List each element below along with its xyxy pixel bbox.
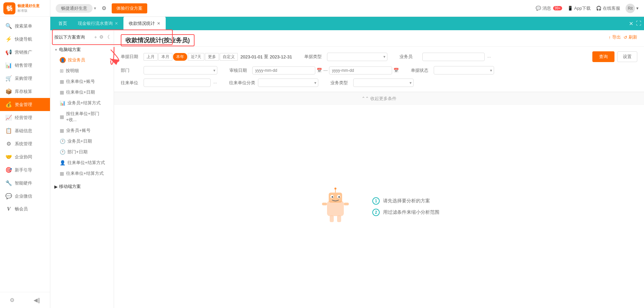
review-date-start[interactable] (252, 66, 315, 74)
sidebar-item-quick-nav[interactable]: ⚡ 快捷导航 (0, 33, 50, 46)
export-button[interactable]: ↑ 导出 (609, 34, 621, 40)
purchase-icon: 🛒 (5, 75, 12, 82)
scheme-group-mobile-header[interactable]: ▶ 移动端方案 (50, 182, 114, 192)
marketing-icon: 📢 (5, 49, 12, 55)
sidebar-item-wechat[interactable]: 💬 企业微信 (0, 190, 50, 203)
sidebar-item-search[interactable]: 🔍 搜索菜单 (0, 19, 50, 33)
filter-row-2: 部门 审核日期 📅 — (121, 66, 637, 74)
calendar-icon-start: 📅 (317, 68, 322, 73)
salesperson-more-btn[interactable]: ··· (487, 54, 491, 59)
svg-rect-6 (322, 203, 327, 205)
filter-counterparty: 往来单位 ··· (121, 79, 217, 87)
scheme-item-dept-date[interactable]: 🕐 部门+日期 (50, 147, 114, 157)
filter-action-buttons: 查询 设置 (592, 51, 637, 62)
sidebar-item-member[interactable]: V 畅会员 (0, 203, 50, 215)
collapse-bar[interactable]: ⌃⌃ 收起更多条件 (114, 92, 644, 105)
sidebar-item-operations[interactable]: 📈 经营管理 (0, 111, 50, 124)
scheme-icon-cm2: ▦ (60, 171, 64, 176)
date-btn-this-month[interactable]: 本月 (158, 53, 172, 61)
counterparty-more-btn[interactable]: ··· (213, 80, 217, 85)
sidebar-item-marketing[interactable]: 📢 营销推广 (0, 46, 50, 59)
scheme-item-counterparty-method2[interactable]: ▦ 往来单位+结算方式 (50, 168, 114, 179)
tab-bank-flow-close[interactable]: ✕ (115, 21, 118, 26)
tab-collection-stats-close[interactable]: ✕ (157, 21, 160, 26)
svg-point-4 (332, 196, 333, 198)
scheme-item-salesperson-method[interactable]: 📊 业务员+结算方式 (50, 98, 114, 108)
tab-collection-stats[interactable]: 收款情况统计 ✕ (123, 17, 166, 30)
topbar-gear-icon[interactable]: ⚙ (102, 5, 106, 11)
date-btn-custom[interactable]: 自定义 (220, 53, 238, 61)
scheme-icon-cdept: ▦ (60, 114, 64, 119)
business-type-label: 业务类型 (330, 80, 351, 86)
scheme-item-counterparty-date[interactable]: ▦ 往来单位+日期 (50, 87, 114, 98)
sidebar-item-basic[interactable]: 📋 基础信息 (0, 124, 50, 137)
date-separator: — (323, 68, 328, 73)
sidebar-item-finance[interactable]: 💰 资金管理 (0, 98, 50, 111)
sidebar-item-sales[interactable]: 📊 销售管理 (0, 59, 50, 72)
app-download-area[interactable]: 📱 App下载 (568, 5, 591, 11)
sidebar-item-guide[interactable]: 🎯 新手引导 (0, 163, 50, 176)
svg-point-11 (334, 188, 336, 190)
hint-num-2: 2 (372, 209, 380, 216)
sidebar-item-enterprise[interactable]: 🤝 企业协同 (0, 150, 50, 163)
query-button[interactable]: 查询 (592, 51, 614, 62)
tab-close-all-icon[interactable]: ✕ (629, 20, 633, 27)
notification-area[interactable]: 💬 消息 99+ (536, 5, 562, 11)
salesperson-input[interactable] (422, 53, 485, 61)
review-date-end[interactable] (329, 66, 392, 74)
sidebar-item-inventory[interactable]: 📦 库存核算 (0, 85, 50, 98)
collapse-panel-btn[interactable]: 《 (105, 34, 110, 40)
user-area[interactable]: Rit ▾ (626, 4, 639, 13)
review-date-label: 审核日期 (229, 67, 250, 73)
main-area: 畅捷通好生意 ▾ ⚙ 体验行业方案 💬 消息 99+ 📱 App下载 🎧 在线客… (50, 0, 644, 308)
counterparty-input[interactable] (144, 79, 211, 87)
salesperson-label: 业务员 (399, 54, 420, 60)
manage-scheme-btn[interactable]: ⚙ (99, 34, 104, 40)
scheme-item-counterparty-account[interactable]: ▦ 往来单位+账号 (50, 76, 114, 87)
scheme-item-salesperson-account[interactable]: ▦ 业务员+账号 (50, 125, 114, 136)
svg-rect-0 (327, 201, 344, 216)
scheme-item-by-detail[interactable]: ⊞ 按明细 (50, 65, 114, 76)
scheme-item-salesperson-date[interactable]: 🕐 业务员+日期 (50, 136, 114, 147)
tab-bank-flow[interactable]: 现金银行流水查询 ✕ (72, 17, 123, 30)
scheme-group-desktop-header[interactable]: ▼ 电脑端方案 (50, 45, 114, 55)
footer-settings-btn[interactable]: ⚙ (7, 296, 17, 305)
scheme-icon-cm1: 👤 (60, 160, 65, 165)
voucher-status-label: 单据状态 (411, 67, 431, 73)
online-service-area[interactable]: 🎧 在线客服 (596, 5, 620, 11)
calendar-icon-end: 📅 (393, 68, 399, 73)
business-type-select[interactable] (353, 79, 414, 87)
tab-fullscreen-icon[interactable]: ⛶ (636, 20, 641, 27)
voucher-type-select[interactable] (327, 53, 387, 61)
date-btn-7days[interactable]: 近7天 (188, 53, 204, 61)
scheme-icon-dd: 🕐 (60, 149, 65, 155)
date-btn-more[interactable]: 更多 (205, 53, 219, 61)
scheme-item-counterparty-dept[interactable]: ▦ 按往来单位+部门+收... (50, 108, 114, 125)
filter-counterparty-category: 往来单位分类 (229, 79, 318, 87)
breadcrumb-dropdown-icon[interactable]: ▾ (94, 6, 96, 11)
refresh-icon: ↺ (624, 35, 627, 40)
sidebar-item-smart-hw[interactable]: 🔧 智能硬件 (0, 176, 50, 190)
demo-button[interactable]: 体验行业方案 (112, 3, 147, 13)
footer-collapse-btn[interactable]: ◀‖ (31, 296, 43, 305)
settings-button[interactable]: 设置 (617, 51, 637, 62)
scheme-item-counterparty-method1[interactable]: 👤 往来单位+结算方式 (50, 157, 114, 168)
headset-icon: 🎧 (596, 6, 601, 11)
bt-select-wrapper (353, 79, 414, 87)
date-btn-this-year[interactable]: 本年 (173, 53, 187, 61)
hint-num-1: 1 (372, 197, 380, 205)
filter-area: 单据日期 上月 本月 本年 近7天 更多 自定义 2023-01-01 至 (114, 47, 644, 92)
sidebar-item-system[interactable]: ⚙ 系统管理 (0, 137, 50, 150)
voucher-status-select[interactable] (434, 66, 494, 74)
date-btn-last-month[interactable]: 上月 (144, 53, 158, 61)
svg-rect-9 (337, 215, 341, 222)
system-icon: ⚙ (5, 141, 12, 147)
counterparty-category-select[interactable] (258, 79, 318, 87)
refresh-button[interactable]: ↺ 刷新 (624, 34, 637, 40)
sidebar-item-purchase[interactable]: 🛒 采购管理 (0, 72, 50, 85)
filter-review-date: 审核日期 📅 — 📅 (229, 66, 399, 74)
add-scheme-btn[interactable]: ＋ (93, 34, 98, 40)
tab-home[interactable]: 首页 (53, 17, 72, 30)
dept-select[interactable] (144, 66, 217, 74)
scheme-item-by-salesperson[interactable]: 👤 按业务员 (50, 55, 114, 65)
